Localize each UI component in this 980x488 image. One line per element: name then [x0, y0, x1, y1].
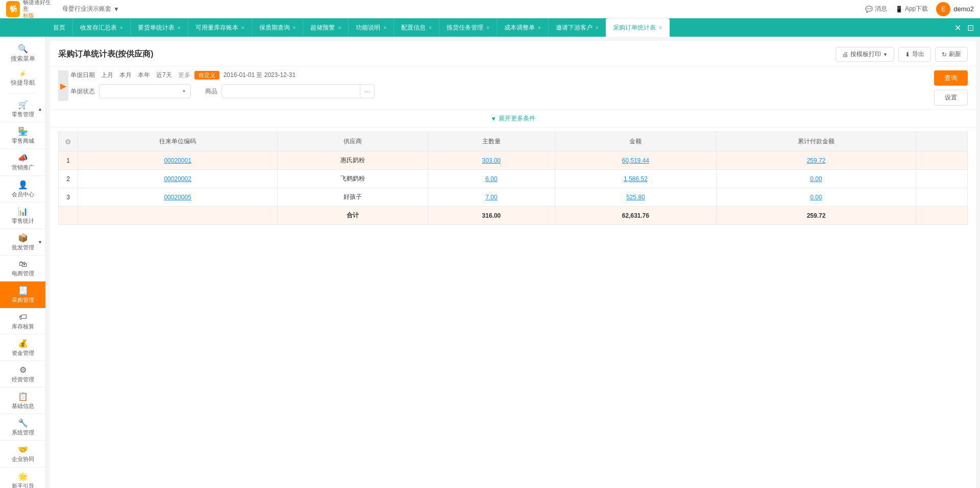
close-icon[interactable]: ×: [293, 25, 296, 31]
code-link-3[interactable]: 00020005: [164, 194, 191, 201]
sidebar-item-system[interactable]: 🔧 系统管理: [0, 414, 45, 441]
tab-jianhuo[interactable]: 拣货任务管理 ×: [439, 18, 497, 37]
row-amount-2: 1,586.52: [555, 170, 716, 188]
collapse-button[interactable]: ▶: [58, 70, 68, 101]
tab-yaoqing[interactable]: 邀请下游客户 ×: [549, 18, 606, 37]
col-empty-header: [916, 132, 968, 151]
shortcut-this-month[interactable]: 本月: [117, 70, 134, 80]
tab-gongneng[interactable]: 功能说明 ×: [349, 18, 394, 37]
setting-button[interactable]: 设置: [934, 90, 968, 106]
tab-yaohuo[interactable]: 要货单统计表 ×: [131, 18, 188, 37]
date-custom-tag[interactable]: 自定义: [194, 71, 219, 80]
amount-link-2[interactable]: 1,586.52: [624, 175, 648, 183]
query-button[interactable]: 查询: [934, 70, 968, 86]
shortcut-this-year[interactable]: 本年: [136, 70, 152, 80]
logo-icon: 畅: [6, 1, 20, 17]
finance-icon: 💰: [18, 339, 28, 348]
sidebar-item-basic-info[interactable]: 📋 基础信息: [0, 388, 45, 414]
close-icon[interactable]: ×: [596, 25, 599, 31]
workspace-selector[interactable]: 母婴行业演示账套 ▼: [57, 5, 125, 13]
tab-baozhi[interactable]: 保质期查询 ×: [252, 18, 304, 37]
shortcut-more[interactable]: 更多: [176, 70, 192, 80]
tab-chengben[interactable]: 成本调整单 ×: [497, 18, 549, 37]
expand-more-button[interactable]: ▼ 展开更多条件: [488, 112, 537, 125]
sidebar-item-enterprise[interactable]: 🤝 企业协同: [0, 441, 45, 467]
filter-date-group: 单据日期 上月 本月 本年 近7天 更多 自定义 2016-01-01 至 20…: [70, 70, 375, 80]
row-qty-2: 6.00: [428, 170, 555, 188]
member-icon: 👤: [18, 180, 28, 190]
tab-maximize-action[interactable]: ⊡: [965, 21, 976, 35]
close-icon[interactable]: ×: [429, 25, 432, 31]
print-button[interactable]: 🖨 按模板打印 ▼: [836, 47, 894, 62]
row-supplier-1: 惠氏奶粉: [278, 151, 428, 170]
sidebar-item-retail-mgmt[interactable]: 🛒 零售管理 ▲: [0, 96, 45, 122]
sidebar-item-member[interactable]: 👤 会员中心: [0, 176, 45, 202]
close-icon[interactable]: ×: [486, 25, 489, 31]
paid-link-1[interactable]: 259.72: [807, 157, 826, 164]
row-extra-3: [916, 188, 968, 207]
paid-link-2[interactable]: 0.00: [810, 175, 822, 183]
page-actions: 🖨 按模板打印 ▼ ⬇ 导出 ↻ 刷新: [836, 47, 968, 62]
app-download-action[interactable]: 📱 App下载: [895, 5, 928, 13]
tab-caigou-active[interactable]: 采购订单统计表 ×: [606, 18, 670, 37]
tab-shoufacun[interactable]: 收发存汇总表 ×: [73, 18, 131, 37]
close-icon[interactable]: ×: [178, 25, 181, 31]
paid-link-3[interactable]: 0.00: [810, 194, 822, 201]
code-link-1[interactable]: 00020001: [164, 157, 191, 164]
qty-link-1[interactable]: 303.00: [482, 157, 501, 164]
sidebar-item-retail-stats[interactable]: 📊 零售统计: [0, 202, 45, 229]
table-body: 1 00020001 惠氏奶粉 303.00 60,519.44: [59, 151, 968, 207]
message-action[interactable]: 💬 消息: [865, 5, 887, 13]
shortcut-last-month[interactable]: 上月: [99, 70, 115, 80]
sidebar-item-finance[interactable]: 💰 资金管理: [0, 335, 45, 361]
sidebar-item-marketing[interactable]: 📣 营销推广: [0, 149, 45, 175]
export-button[interactable]: ⬇ 导出: [898, 47, 931, 62]
tab-home[interactable]: 首页: [46, 18, 73, 37]
shortcut-7days[interactable]: 近7天: [154, 70, 174, 80]
row-amount-3: 525.80: [555, 188, 716, 207]
sidebar-item-wholesale[interactable]: 📦 批发管理 ▼: [0, 229, 45, 255]
message-icon: 💬: [865, 6, 873, 13]
refresh-button[interactable]: ↻ 刷新: [935, 47, 968, 62]
sidebar-item-retail-shop[interactable]: 🏪 零售商城: [0, 122, 45, 149]
logo-area: 畅 畅捷通好生意 标版: [6, 0, 52, 19]
tab-close-action[interactable]: ✕: [952, 21, 963, 35]
close-icon[interactable]: ×: [659, 25, 662, 31]
sidebar-item-inventory[interactable]: 🏷 库存核算: [0, 309, 45, 335]
code-link-2[interactable]: 00020002: [164, 175, 191, 183]
sidebar-item-newbie[interactable]: 🌟 新手引导: [0, 468, 45, 488]
sidebar-item-operations[interactable]: ⚙ 经营管理: [0, 361, 45, 388]
tab-chaochuyujing[interactable]: 超储预警 ×: [303, 18, 349, 37]
amount-link-1[interactable]: 60,519.44: [622, 157, 649, 164]
close-icon[interactable]: ×: [120, 25, 123, 31]
table-row: 3 00020005 好孩子 7.00 525.80: [59, 188, 968, 207]
goods-input[interactable]: [222, 88, 360, 95]
search-icon: 🔍: [18, 44, 28, 54]
print-dropdown-icon: ▼: [883, 52, 888, 57]
qty-link-3[interactable]: 7.00: [485, 194, 497, 201]
sidebar-item-ecommerce[interactable]: 🛍 电商管理: [0, 255, 45, 281]
close-icon[interactable]: ×: [383, 25, 386, 31]
goods-more-button[interactable]: ···: [360, 85, 374, 98]
column-settings-icon[interactable]: ⚙: [65, 138, 71, 146]
user-name: demo2: [953, 5, 974, 13]
row-num-3: 3: [59, 188, 78, 207]
tab-kuyongliang[interactable]: 可用量库存账本 ×: [188, 18, 252, 37]
close-icon[interactable]: ×: [241, 25, 244, 31]
table-row: 1 00020001 惠氏奶粉 303.00 60,519.44: [59, 151, 968, 170]
row-paid-1: 259.72: [716, 151, 916, 170]
status-select[interactable]: [99, 84, 191, 98]
content-area: 采购订单统计表(按供应商) 🖨 按模板打印 ▼ ⬇ 导出 ↻ 刷新: [46, 37, 980, 488]
amount-link-3[interactable]: 525.80: [626, 194, 645, 201]
close-icon[interactable]: ×: [538, 25, 541, 31]
row-qty-1: 303.00: [428, 151, 555, 170]
qty-link-2[interactable]: 6.00: [485, 175, 497, 183]
sidebar-quick-nav[interactable]: ⚡ 快捷导航: [0, 67, 45, 90]
sidebar-item-purchase[interactable]: 🧾 采购管理: [0, 281, 45, 308]
row-code-1: 00020001: [78, 151, 278, 170]
sidebar-search[interactable]: 🔍 搜索菜单: [0, 41, 45, 66]
close-icon[interactable]: ×: [338, 25, 341, 31]
tab-peizhi[interactable]: 配置信息 ×: [394, 18, 439, 37]
user-area[interactable]: E demo2: [936, 2, 974, 16]
system-icon: 🔧: [18, 418, 28, 428]
